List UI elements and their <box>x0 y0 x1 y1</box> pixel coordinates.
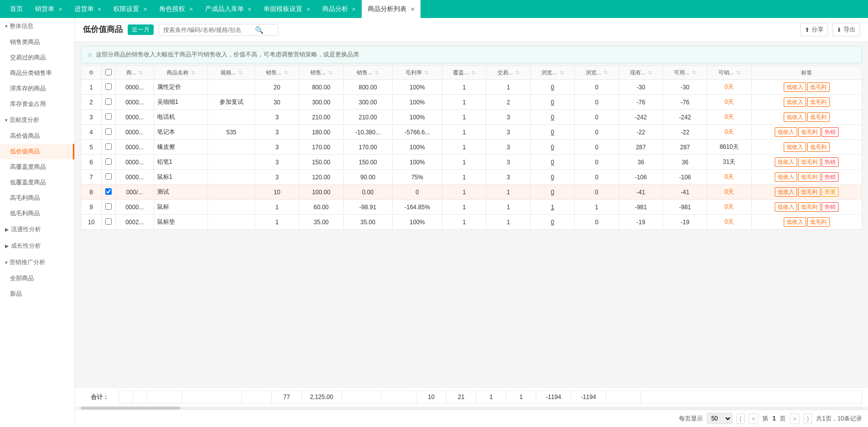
sidebar-item-low-coverage[interactable]: 低覆盖度商品 <box>0 175 74 190</box>
row-checkbox[interactable] <box>105 83 112 90</box>
col-view2[interactable]: 浏览... ⇅ <box>575 66 619 80</box>
view1-link[interactable]: 1 <box>551 204 554 211</box>
view1-link[interactable]: 0 <box>551 144 554 151</box>
sidebar: ▾ 整体信息 销售类商品 交易过的商品 商品分类销售率 滞库存的商品 库存资金占… <box>0 18 75 427</box>
nav-permission[interactable]: 权限设置 ✕ <box>107 0 153 18</box>
sidebar-group-contribution[interactable]: ▾ 贡献度分析 <box>0 112 74 128</box>
col-settings[interactable]: ⚙ <box>81 66 102 80</box>
col-trade[interactable]: 交易... ⇅ <box>486 66 531 80</box>
cell-checkbox[interactable] <box>101 185 115 200</box>
col-current[interactable]: 现有... ⇅ <box>619 66 663 80</box>
nav-home[interactable]: 首页 <box>4 0 29 18</box>
view1-link[interactable]: 0 <box>551 159 554 166</box>
cell-name: 铅笔1 <box>154 155 208 170</box>
sidebar-group-marketing[interactable]: ▾ 营销推广分析 <box>0 254 74 271</box>
table-container[interactable]: ⚙ 商... ⇅ 商品名称 ⇅ 规格... ⇅ 销售... ⇅ 销售... ⇅ … <box>75 65 868 387</box>
search-icon[interactable]: 🔍 <box>255 26 263 34</box>
cell-code: 0000... <box>115 170 154 185</box>
sidebar-group-overall-arrow: ▾ <box>5 23 7 29</box>
main-header: 低价值商品 近一月 🔍 ⬆ 分享 ⬇ 导出 <box>75 18 868 42</box>
sidebar-item-traded-products[interactable]: 交易过的商品 <box>0 50 74 65</box>
col-checkbox[interactable] <box>101 66 115 80</box>
sidebar-item-high-coverage[interactable]: 高覆盖度商品 <box>0 159 74 175</box>
first-page-btn[interactable]: ⟨ <box>736 414 745 424</box>
row-checkbox[interactable] <box>105 128 112 135</box>
sidebar-item-all-products[interactable]: 全部商品 <box>0 271 74 286</box>
col-code[interactable]: 商... ⇅ <box>115 66 154 80</box>
sidebar-item-inventory-capital[interactable]: 库存资金占用 <box>0 96 74 112</box>
next-page-btn[interactable]: > <box>790 414 800 424</box>
cell-checkbox[interactable] <box>101 200 115 215</box>
share-icon: ⬆ <box>805 26 810 33</box>
view1-link[interactable]: 0 <box>551 99 554 106</box>
row-checkbox[interactable] <box>105 188 112 195</box>
cell-margin: 100% <box>393 80 442 95</box>
col-spec[interactable]: 规格... ⇅ <box>208 66 255 80</box>
view1-link[interactable]: 0 <box>551 114 554 121</box>
col-available[interactable]: 可用... ⇅ <box>663 66 707 80</box>
per-page-select[interactable]: 50 100 200 <box>707 413 732 424</box>
search-input[interactable] <box>163 26 253 33</box>
row-checkbox[interactable] <box>105 173 112 180</box>
col-name[interactable]: 商品名称 ⇅ <box>154 66 208 80</box>
cell-checkbox[interactable] <box>101 155 115 170</box>
tag: 低收入 <box>775 127 797 137</box>
col-coverage[interactable]: 覆盖... ⇅ <box>442 66 486 80</box>
nav-product-entry[interactable]: 产成品入库单 ✕ <box>199 0 258 18</box>
row-checkbox[interactable] <box>105 218 112 225</box>
row-checkbox[interactable] <box>105 98 112 105</box>
view1-link[interactable]: 0 <box>551 84 554 91</box>
col-margin[interactable]: 毛利率 ⇅ <box>393 66 442 80</box>
sidebar-item-high-margin[interactable]: 高毛利商品 <box>0 190 74 206</box>
cell-checkbox[interactable] <box>101 80 115 95</box>
col-sale-qty[interactable]: 销售... ⇅ <box>255 66 299 80</box>
col-view1[interactable]: 浏览... ⇅ <box>530 66 575 80</box>
sidebar-item-stagnant-products[interactable]: 滞库存的商品 <box>0 81 74 96</box>
nav-product-analysis-list[interactable]: 商品分析列表 ✕ <box>362 0 421 18</box>
prev-page-btn[interactable]: < <box>749 414 759 424</box>
sidebar-item-category-sales-rate[interactable]: 商品分类销售率 <box>0 65 74 81</box>
share-button[interactable]: ⬆ 分享 <box>800 23 828 36</box>
export-button[interactable]: ⬇ 导出 <box>832 23 860 36</box>
sidebar-group-circulation[interactable]: ▶ 流通性分析 <box>0 221 74 238</box>
cell-current: -19 <box>619 215 663 230</box>
total-view1: 1 <box>476 391 506 404</box>
sidebar-item-low-value[interactable]: 低价值商品 <box>0 144 74 159</box>
total-sale-qty: 77 <box>272 391 302 404</box>
col-saleable[interactable]: 可销... ⇅ <box>707 66 752 80</box>
cell-checkbox[interactable] <box>101 95 115 110</box>
nav-purchase-order[interactable]: 进货单 ✕ <box>68 0 108 18</box>
row-checkbox[interactable] <box>105 203 112 210</box>
sidebar-item-low-margin[interactable]: 低毛利商品 <box>0 206 74 221</box>
sidebar-group-growth[interactable]: ▶ 成长性分析 <box>0 238 74 254</box>
sidebar-item-new-products[interactable]: 新品 <box>0 286 74 302</box>
last-page-btn[interactable]: ⟩ <box>804 414 812 424</box>
settings-icon[interactable]: ⚙ <box>89 69 94 75</box>
sidebar-item-high-value[interactable]: 高价值商品 <box>0 128 74 144</box>
view1-link[interactable]: 0 <box>551 219 554 226</box>
time-badge[interactable]: 近一月 <box>128 24 154 35</box>
row-checkbox[interactable] <box>105 143 112 150</box>
select-all-checkbox[interactable] <box>105 69 112 75</box>
cell-checkbox[interactable] <box>101 110 115 125</box>
col-sale-amount[interactable]: 销售... ⇅ <box>343 66 393 80</box>
nav-sales-order[interactable]: 销货单 ✕ <box>29 0 68 18</box>
nav-role-auth[interactable]: 角色授权 ✕ <box>153 0 199 18</box>
col-sale-price[interactable]: 销售... ⇅ <box>299 66 344 80</box>
cell-checkbox[interactable] <box>101 125 115 140</box>
cell-sale-qty: 3 <box>255 155 299 170</box>
view1-link[interactable]: 0 <box>551 129 554 136</box>
row-checkbox[interactable] <box>105 158 112 165</box>
sidebar-item-sales-products[interactable]: 销售类商品 <box>0 34 74 50</box>
nav-product-analysis[interactable]: 商品分析 ✕ <box>316 0 362 18</box>
row-checkbox[interactable] <box>105 113 112 120</box>
cell-coverage: 1 <box>442 185 486 200</box>
cell-checkbox[interactable] <box>101 140 115 155</box>
cell-checkbox[interactable] <box>101 215 115 230</box>
nav-template-setting[interactable]: 单据模板设置 ✕ <box>257 0 316 18</box>
sidebar-group-overall[interactable]: ▾ 整体信息 <box>0 18 74 34</box>
cell-checkbox[interactable] <box>101 170 115 185</box>
cell-current: -30 <box>619 80 663 95</box>
view1-link[interactable]: 0 <box>551 174 554 181</box>
view1-link[interactable]: 0 <box>551 189 554 196</box>
